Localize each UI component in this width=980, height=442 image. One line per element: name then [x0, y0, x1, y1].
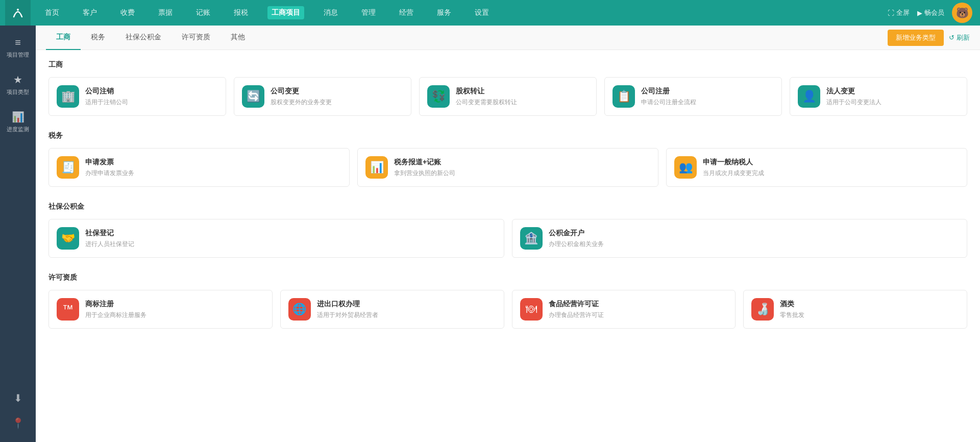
tabs-bar: 工商税务社保公积金许可资质其他 新增业务类型 ↺ 刷新 — [36, 26, 980, 50]
section-title-许可资质: 许可资质 — [48, 273, 967, 282]
sidebar-location-button[interactable]: 📍 — [0, 412, 36, 434]
card-info-公司注销: 公司注销适用于注销公司 — [85, 87, 128, 107]
cards-grid-社保公积金: 🤝社保登记进行人员社保登记🏦公积金开户办理公积金相关业务 — [48, 219, 967, 258]
sidebar-item-project-management[interactable]: ≡ 项目管理 — [0, 31, 36, 65]
refresh-button[interactable]: ↺ 刷新 — [949, 33, 970, 42]
card-icon-公司变更: 🔄 — [242, 85, 264, 108]
service-card-公司注册[interactable]: 📋公司注册申请公司注册全流程 — [604, 77, 782, 116]
fullscreen-icon: ⛶ — [888, 9, 894, 17]
nav-item-票据[interactable]: 票据 — [154, 6, 177, 19]
card-icon-税务报道+记账: 📊 — [365, 156, 388, 179]
card-title-公司注销: 公司注销 — [85, 87, 128, 96]
card-icon-申请一般纳税人: 👥 — [674, 156, 697, 179]
nav-item-设置[interactable]: 设置 — [471, 6, 493, 19]
list-icon: ≡ — [15, 37, 21, 48]
cards-grid-工商: 🏢公司注销适用于注销公司🔄公司变更股权变更外的业务变更💱股权转让公司变更需要股权… — [48, 77, 967, 116]
service-card-社保登记[interactable]: 🤝社保登记进行人员社保登记 — [48, 219, 504, 258]
tab-税务[interactable]: 税务 — [81, 26, 115, 50]
card-info-税务报道+记账: 税务报道+记账拿到营业执照的新公司 — [394, 158, 455, 178]
card-info-酒类: 酒类零售批发 — [780, 300, 804, 320]
nav-item-经营[interactable]: 经营 — [395, 6, 418, 19]
nav-item-收费[interactable]: 收费 — [116, 6, 139, 19]
tab-actions: 新增业务类型 ↺ 刷新 — [888, 30, 970, 46]
svg-point-0 — [17, 9, 19, 11]
card-title-法人变更: 法人变更 — [826, 87, 881, 96]
nav-item-工商项目[interactable]: 工商项目 — [267, 6, 304, 19]
main-layout: ≡ 项目管理 ★ 项目类型 📊 进度监测 ⬇ 📍 工商税务社保公积金许可资质其他… — [0, 26, 980, 442]
card-title-股权转让: 股权转让 — [456, 87, 517, 96]
play-icon: ▶ — [917, 9, 922, 17]
card-info-进出口权办理: 进出口权办理适用于对外贸易经营者 — [317, 300, 378, 320]
content-area: 工商税务社保公积金许可资质其他 新增业务类型 ↺ 刷新 工商🏢公司注销适用于注销… — [36, 26, 980, 442]
nav-menu: 首页客户收费票据记账报税工商项目消息管理经营服务设置 — [31, 6, 888, 19]
card-icon-法人变更: 👤 — [798, 85, 820, 108]
tab-许可资质[interactable]: 许可资质 — [172, 26, 220, 50]
card-icon-申请发票: 🧾 — [57, 156, 79, 179]
sidebar-download-button[interactable]: ⬇ — [0, 387, 36, 409]
card-info-公积金开户: 公积金开户办理公积金相关业务 — [549, 229, 604, 249]
cards-grid-许可资质: ™商标注册用于企业商标注册服务🌐进出口权办理适用于对外贸易经营者🍽食品经营许可证… — [48, 290, 967, 329]
page-content: 工商🏢公司注销适用于注销公司🔄公司变更股权变更外的业务变更💱股权转让公司变更需要… — [36, 50, 980, 354]
card-info-社保登记: 社保登记进行人员社保登记 — [85, 229, 134, 249]
card-title-公司注册: 公司注册 — [641, 87, 696, 96]
logo[interactable] — [5, 0, 31, 26]
member-button[interactable]: ▶ 畅会员 — [917, 8, 944, 17]
card-title-申请发票: 申请发票 — [85, 158, 134, 167]
refresh-icon: ↺ — [949, 34, 954, 41]
chart-icon: 📊 — [12, 111, 24, 123]
section-title-税务: 税务 — [48, 131, 967, 140]
card-desc-公司变更: 股权变更外的业务变更 — [271, 98, 332, 107]
member-label: 畅会员 — [924, 8, 944, 17]
service-card-食品经营许可证[interactable]: 🍽食品经营许可证办理食品经营许可证 — [512, 290, 736, 329]
sidebar-item-project-type[interactable]: ★ 项目类型 — [0, 67, 36, 102]
service-card-酒类[interactable]: 🍶酒类零售批发 — [743, 290, 967, 329]
nav-item-消息[interactable]: 消息 — [320, 6, 342, 19]
nav-right-area: ⛶ 全屏 ▶ 畅会员 🐻 — [888, 3, 980, 23]
card-title-食品经营许可证: 食品经营许可证 — [549, 300, 604, 309]
card-desc-申请一般纳税人: 当月或次月成变更完成 — [703, 169, 764, 178]
service-card-股权转让[interactable]: 💱股权转让公司变更需要股权转让 — [419, 77, 597, 116]
service-card-进出口权办理[interactable]: 🌐进出口权办理适用于对外贸易经营者 — [280, 290, 504, 329]
card-icon-酒类: 🍶 — [751, 298, 774, 321]
service-card-商标注册[interactable]: ™商标注册用于企业商标注册服务 — [48, 290, 273, 329]
card-title-商标注册: 商标注册 — [85, 300, 146, 309]
service-card-公积金开户[interactable]: 🏦公积金开户办理公积金相关业务 — [512, 219, 968, 258]
card-title-税务报道+记账: 税务报道+记账 — [394, 158, 455, 167]
nav-item-客户[interactable]: 客户 — [79, 6, 101, 19]
service-card-申请一般纳税人[interactable]: 👥申请一般纳税人当月或次月成变更完成 — [666, 148, 967, 187]
nav-item-服务[interactable]: 服务 — [433, 6, 455, 19]
service-card-税务报道+记账[interactable]: 📊税务报道+记账拿到营业执照的新公司 — [357, 148, 658, 187]
section-title-社保公积金: 社保公积金 — [48, 202, 967, 211]
nav-item-记账[interactable]: 记账 — [192, 6, 214, 19]
card-icon-公司注册: 📋 — [612, 85, 635, 108]
cards-grid-税务: 🧾申请发票办理申请发票业务📊税务报道+记账拿到营业执照的新公司👥申请一般纳税人当… — [48, 148, 967, 187]
sidebar: ≡ 项目管理 ★ 项目类型 📊 进度监测 ⬇ 📍 — [0, 26, 36, 442]
tab-社保公积金[interactable]: 社保公积金 — [115, 26, 172, 50]
service-card-申请发票[interactable]: 🧾申请发票办理申请发票业务 — [48, 148, 350, 187]
card-title-公积金开户: 公积金开户 — [549, 229, 604, 238]
sidebar-bottom: ⬇ 📍 — [0, 387, 36, 442]
sidebar-item-progress-monitor[interactable]: 📊 进度监测 — [0, 105, 36, 139]
card-desc-法人变更: 适用于公司变更法人 — [826, 98, 881, 107]
card-desc-进出口权办理: 适用于对外贸易经营者 — [317, 311, 378, 320]
card-desc-申请发票: 办理申请发票业务 — [85, 169, 134, 178]
tab-工商[interactable]: 工商 — [46, 26, 81, 50]
service-card-法人变更[interactable]: 👤法人变更适用于公司变更法人 — [790, 77, 967, 116]
fullscreen-button[interactable]: ⛶ 全屏 — [888, 8, 910, 17]
card-title-酒类: 酒类 — [780, 300, 804, 309]
card-icon-公积金开户: 🏦 — [520, 227, 543, 250]
service-card-公司注销[interactable]: 🏢公司注销适用于注销公司 — [48, 77, 226, 116]
card-icon-食品经营许可证: 🍽 — [520, 298, 543, 321]
sidebar-label-project-type: 项目类型 — [7, 88, 29, 96]
card-desc-股权转让: 公司变更需要股权转让 — [456, 98, 517, 107]
nav-item-报税[interactable]: 报税 — [230, 6, 252, 19]
user-avatar[interactable]: 🐻 — [952, 3, 972, 23]
refresh-label: 刷新 — [957, 33, 970, 42]
new-type-button[interactable]: 新增业务类型 — [888, 30, 944, 46]
top-navigation: 首页客户收费票据记账报税工商项目消息管理经营服务设置 ⛶ 全屏 ▶ 畅会员 🐻 — [0, 0, 980, 26]
service-card-公司变更[interactable]: 🔄公司变更股权变更外的业务变更 — [234, 77, 411, 116]
nav-item-首页[interactable]: 首页 — [41, 6, 63, 19]
tab-其他[interactable]: 其他 — [220, 26, 255, 50]
nav-item-管理[interactable]: 管理 — [357, 6, 380, 19]
card-icon-公司注销: 🏢 — [57, 85, 79, 108]
